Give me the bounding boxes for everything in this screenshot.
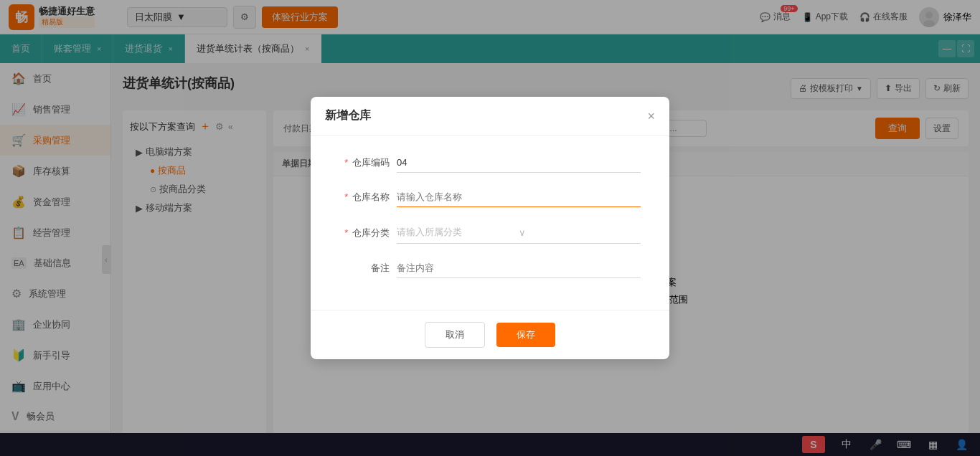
form-row-name: * 仓库名称 <box>339 187 641 207</box>
remark-input[interactable] <box>397 258 641 278</box>
modal-title: 新增仓库 <box>325 108 371 123</box>
category-placeholder: 请输入所属分类 <box>397 226 519 239</box>
modal-footer: 取消 保存 <box>311 310 669 359</box>
required-star-name: * <box>344 191 348 202</box>
modal-body: * 仓库编码 * 仓库名称 * 仓库分类 请输入所属 <box>311 136 669 310</box>
modal-new-warehouse: 新增仓库 × * 仓库编码 * 仓库名称 <box>311 97 669 359</box>
category-arrow-icon: ∨ <box>519 227 641 238</box>
form-row-code: * 仓库编码 <box>339 153 641 173</box>
form-row-remark: 备注 <box>339 258 641 278</box>
name-label: * 仓库名称 <box>339 191 397 204</box>
required-star-code: * <box>344 157 348 168</box>
required-star-category: * <box>344 227 348 238</box>
form-row-category: * 仓库分类 请输入所属分类 ∨ <box>339 222 641 244</box>
cancel-button[interactable]: 取消 <box>425 322 485 348</box>
save-button[interactable]: 保存 <box>496 323 555 347</box>
warehouse-name-input[interactable] <box>397 187 641 207</box>
code-label: * 仓库编码 <box>339 156 397 169</box>
modal-header: 新增仓库 × <box>311 97 669 136</box>
warehouse-category-selector[interactable]: 请输入所属分类 ∨ <box>397 222 641 244</box>
modal-overlay[interactable]: 新增仓库 × * 仓库编码 * 仓库名称 <box>0 0 980 456</box>
remark-label: 备注 <box>339 262 397 275</box>
modal-close-button[interactable]: × <box>647 110 655 123</box>
warehouse-code-input[interactable] <box>397 153 641 173</box>
category-label: * 仓库分类 <box>339 227 397 239</box>
